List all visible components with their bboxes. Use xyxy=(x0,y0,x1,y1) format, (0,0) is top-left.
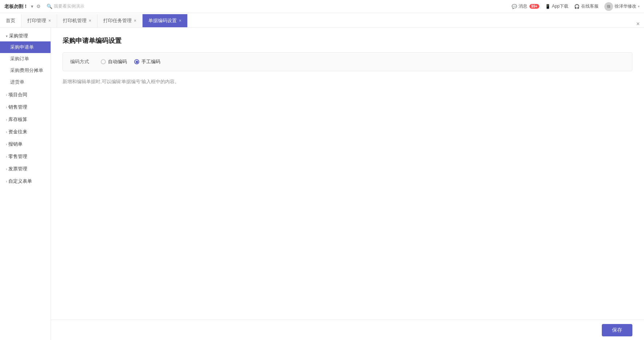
app-icon: 📱 xyxy=(545,4,551,9)
online-service-item[interactable]: 🎧 在线客服 xyxy=(574,3,599,9)
chevron-right-icon4: › xyxy=(6,130,7,134)
top-bar-right: 💬 消息 99+ 📱 App下载 🎧 在线客服 徐 徐泽华修改 ▾ xyxy=(512,2,640,11)
sidebar-group-inventory[interactable]: › 库存核算 xyxy=(0,114,51,125)
sidebar-group-custom-form-label: 自定义表单 xyxy=(8,178,32,185)
avatar: 徐 xyxy=(604,2,613,11)
radio-auto-coding[interactable]: 自动编码 xyxy=(101,58,127,65)
sidebar-item-purchase-request-label: 采购申请单 xyxy=(10,44,34,50)
sidebar-section-capital: › 资金往来 xyxy=(0,126,51,137)
app-download-item[interactable]: 📱 App下载 xyxy=(545,3,568,9)
gear-icon[interactable]: ⚙ xyxy=(36,4,41,9)
main-layout: ▾ 采购管理 采购申请单 采购订单 采购费用分摊单 进货单 › 项目合同 xyxy=(0,28,644,340)
sidebar-section-custom-form: › 自定义表单 xyxy=(0,176,51,187)
chevron-right-icon2: › xyxy=(6,105,7,109)
sidebar-item-purchase-expense-label: 采购费用分摊单 xyxy=(10,68,43,73)
auto-coding-label: 自动编码 xyxy=(108,58,127,65)
page-title: 采购申请单编码设置 xyxy=(63,36,632,45)
message-item[interactable]: 💬 消息 99+ xyxy=(512,3,539,9)
manual-coding-label: 手工编码 xyxy=(141,58,160,65)
user-profile-item[interactable]: 徐 徐泽华修改 ▾ xyxy=(604,2,640,11)
sidebar-section-expense-claim: › 报销单 xyxy=(0,139,51,150)
content-inner: 采购申请单编码设置 编码方式 自动编码 手工编码 xyxy=(51,28,644,320)
app-download-label: App下载 xyxy=(552,3,568,9)
tab-voucher-coding[interactable]: 单据编码设置 × xyxy=(143,14,188,27)
tab-printer-mgmt[interactable]: 打印机管理 × xyxy=(57,14,97,27)
top-bar-left: 老板勿割！ ▾ ⚙ 🔍 我要看实例演示 xyxy=(4,3,84,10)
chevron-right-icon3: › xyxy=(6,118,7,122)
sidebar-group-invoice-mgmt-label: 发票管理 xyxy=(8,166,27,172)
top-bar: 老板勿割！ ▾ ⚙ 🔍 我要看实例演示 💬 消息 99+ 📱 App下载 🎧 在… xyxy=(0,0,644,13)
sidebar-group-expense-claim-label: 报销单 xyxy=(8,141,23,147)
sidebar-group-retail-mgmt[interactable]: › 零售管理 xyxy=(0,151,51,162)
chevron-right-icon: › xyxy=(6,93,7,97)
radio-manual-coding-circle xyxy=(134,59,139,64)
message-badge: 99+ xyxy=(529,4,539,9)
user-chevron-icon: ▾ xyxy=(638,4,640,8)
sidebar-group-retail-mgmt-label: 零售管理 xyxy=(8,153,27,160)
tab-print-mgmt-label: 打印管理 xyxy=(27,17,46,24)
sidebar-item-stock-in[interactable]: 进货单 xyxy=(0,76,51,88)
user-name: 徐泽华修改 xyxy=(615,3,636,9)
online-service-label: 在线客服 xyxy=(581,3,599,9)
coding-row: 编码方式 自动编码 手工编码 xyxy=(70,58,625,65)
sidebar-item-purchase-order[interactable]: 采购订单 xyxy=(0,53,51,65)
window-close-icon[interactable]: × xyxy=(636,21,640,27)
coding-method-label: 编码方式 xyxy=(70,58,92,65)
chevron-down-icon: ▾ xyxy=(6,34,8,38)
sidebar-group-purchase-mgmt-label: 采购管理 xyxy=(9,33,28,39)
logo-text: 老板勿割！ xyxy=(4,3,28,10)
chevron-right-icon6: › xyxy=(6,155,7,159)
sidebar-item-purchase-expense[interactable]: 采购费用分摊单 xyxy=(0,65,51,76)
chevron-down-icon[interactable]: ▾ xyxy=(31,4,33,9)
tab-voucher-coding-label: 单据编码设置 xyxy=(148,17,177,24)
tab-voucher-coding-close[interactable]: × xyxy=(179,18,181,23)
chevron-right-icon5: › xyxy=(6,142,7,146)
tab-printer-mgmt-label: 打印机管理 xyxy=(63,17,87,24)
sidebar-group-expense-claim[interactable]: › 报销单 xyxy=(0,139,51,150)
sidebar-group-inventory-label: 库存核算 xyxy=(8,116,27,123)
search-icon: 🔍 xyxy=(47,4,52,9)
tab-home[interactable]: 首页 xyxy=(0,14,21,27)
tab-home-label: 首页 xyxy=(6,17,15,24)
sidebar-section-retail-mgmt: › 零售管理 xyxy=(0,151,51,162)
sidebar-section-sales-mgmt: › 销售管理 xyxy=(0,102,51,113)
sidebar-group-project-contract[interactable]: › 项目合同 xyxy=(0,89,51,100)
sidebar-group-sales-mgmt-label: 销售管理 xyxy=(8,104,27,110)
radio-group: 自动编码 手工编码 xyxy=(101,58,160,65)
sidebar: ▾ 采购管理 采购申请单 采购订单 采购费用分摊单 进货单 › 项目合同 xyxy=(0,28,51,340)
sidebar-group-invoice-mgmt[interactable]: › 发票管理 xyxy=(0,163,51,174)
sidebar-group-sales-mgmt[interactable]: › 销售管理 xyxy=(0,102,51,113)
search-placeholder[interactable]: 我要看实例演示 xyxy=(54,3,84,9)
chevron-right-icon8: › xyxy=(6,179,7,183)
tab-bar: 首页 打印管理 × 打印机管理 × 打印任务管理 × 单据编码设置 × × xyxy=(0,13,644,28)
description-text: 新增和编辑单据时,可以编辑'单据编号'输入框中的内容。 xyxy=(63,78,632,85)
coding-section: 编码方式 自动编码 手工编码 xyxy=(63,52,632,71)
tab-print-mgmt[interactable]: 打印管理 × xyxy=(21,14,57,27)
tab-print-task-mgmt-label: 打印任务管理 xyxy=(103,17,132,24)
radio-auto-coding-circle xyxy=(101,59,106,64)
chevron-right-icon7: › xyxy=(6,167,7,171)
sidebar-item-purchase-order-label: 采购订单 xyxy=(10,56,29,61)
sidebar-section-project-contract: › 项目合同 xyxy=(0,89,51,100)
message-label: 消息 xyxy=(519,3,527,9)
tab-print-mgmt-close[interactable]: × xyxy=(48,18,51,23)
sidebar-group-custom-form[interactable]: › 自定义表单 xyxy=(0,176,51,187)
content-area: 采购申请单编码设置 编码方式 自动编码 手工编码 xyxy=(51,28,644,340)
sidebar-group-purchase-mgmt[interactable]: ▾ 采购管理 xyxy=(0,31,51,41)
headset-icon: 🎧 xyxy=(574,4,580,9)
content-footer: 保存 xyxy=(51,320,644,340)
save-button[interactable]: 保存 xyxy=(602,324,632,336)
sidebar-section-inventory: › 库存核算 xyxy=(0,114,51,125)
sidebar-item-purchase-request[interactable]: 采购申请单 xyxy=(0,41,51,53)
radio-manual-coding[interactable]: 手工编码 xyxy=(134,58,160,65)
sidebar-group-project-contract-label: 项目合同 xyxy=(8,92,27,98)
sidebar-group-capital[interactable]: › 资金往来 xyxy=(0,126,51,137)
message-icon: 💬 xyxy=(512,4,517,9)
tab-printer-mgmt-close[interactable]: × xyxy=(89,18,91,23)
tab-print-task-mgmt[interactable]: 打印任务管理 × xyxy=(97,14,143,27)
tab-print-task-mgmt-close[interactable]: × xyxy=(134,18,136,23)
sidebar-group-capital-label: 资金往来 xyxy=(8,129,27,135)
sidebar-section-invoice-mgmt: › 发票管理 xyxy=(0,163,51,174)
sidebar-item-stock-in-label: 进货单 xyxy=(10,79,24,85)
sidebar-section-purchase: ▾ 采购管理 采购申请单 采购订单 采购费用分摊单 进货单 xyxy=(0,31,51,88)
